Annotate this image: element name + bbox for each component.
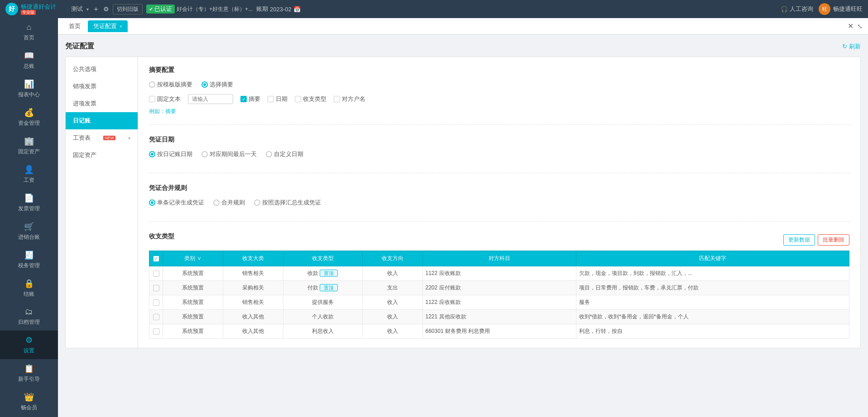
main-layout: ⌂ 首页 📖 总账 📊 报表中心 💰 资金管理 🏢 固定资产 👤 工资 📄 发票… <box>0 18 868 417</box>
table-head: ✓ 类别 ∨ 收支大类 收支类型 收支方向 对方科目 匹配关键字 <box>149 251 849 266</box>
consult-button[interactable]: 🎧 人工咨询 <box>781 5 813 13</box>
payroll-icon: 👤 <box>24 165 34 175</box>
tab-bar-actions: ✕ ⤡ <box>848 22 863 30</box>
update-data-button[interactable]: 更新数据 <box>783 234 815 246</box>
add-icon[interactable]: ＋ <box>92 5 100 14</box>
td-checkbox-5[interactable] <box>149 324 163 339</box>
left-nav-public[interactable]: 公共选项 <box>66 61 138 78</box>
date-radio-period-last[interactable]: 对应期间最后一天 <box>201 150 257 158</box>
tab-home[interactable]: 首页 <box>63 20 86 32</box>
counterpart-checkbox-label: 对方户名 <box>342 95 365 103</box>
tag-reset-1[interactable]: 置顶 <box>320 270 338 277</box>
left-nav-sales-label: 销项发票 <box>73 82 96 90</box>
fixed-text-input[interactable] <box>188 94 233 104</box>
summary-radio-select[interactable]: 选择摘要 <box>201 81 233 89</box>
income-table-header: 收支类型 更新数据 批量删除 <box>149 232 849 247</box>
date-radio-custom[interactable]: 自定义日期 <box>266 150 303 158</box>
sidebar-tax-label: 税务管理 <box>18 262 40 270</box>
sidebar-item-closing[interactable]: 🔒 结账 <box>0 274 58 303</box>
left-nav-purchase-invoice[interactable]: 进项发票 <box>66 95 138 112</box>
merge-radio-summary[interactable]: 按照选择汇总生成凭证 <box>254 199 321 207</box>
left-nav-fixed-assets-label: 固定资产 <box>73 151 96 159</box>
tab-close-icon[interactable]: × <box>120 24 122 29</box>
sidebar-item-invoice-mgmt[interactable]: 📄 发票管理 <box>0 189 58 217</box>
type-checkbox[interactable]: 收支类型 <box>295 95 326 103</box>
topbar: 好 畅捷通好会计 专业版 测试 ▾ ＋ ⚙ 切到旧版 ✔ 已认证 好会计（专）+… <box>0 0 868 18</box>
sidebar-item-tax[interactable]: 🧾 税务管理 <box>0 246 58 274</box>
radio-journal-circle <box>149 151 155 157</box>
window-close-icon[interactable]: ✕ <box>848 22 854 30</box>
gear-icon[interactable]: ⚙ <box>103 5 109 13</box>
window-expand-icon[interactable]: ⤡ <box>857 23 863 30</box>
left-nav-daily-ledger[interactable]: 日记账 <box>66 112 138 129</box>
summary-checkbox-row: 固定文本 ✓ 摘要 日期 <box>149 94 849 104</box>
table-header-row: ✓ 类别 ∨ 收支大类 收支类型 收支方向 对方科目 匹配关键字 <box>149 251 849 266</box>
sidebar-item-settings[interactable]: ⚙ 设置 <box>0 331 58 359</box>
td-major-4: 收入其他 <box>223 310 283 324</box>
sidebar-item-reports[interactable]: 📊 报表中心 <box>0 75 58 103</box>
summary-radio-template[interactable]: 按模板版摘要 <box>149 81 192 89</box>
td-major-2: 采购相关 <box>223 281 283 295</box>
calendar-icon[interactable]: 📅 <box>293 6 301 13</box>
sidebar-reports-label: 报表中心 <box>18 91 40 99</box>
switch-version-button[interactable]: 切到旧版 <box>113 4 143 14</box>
invoice-icon: 📄 <box>24 193 34 203</box>
date-radio-journal[interactable]: 按日记账日期 <box>149 150 192 158</box>
page-header: 凭证配置 ↻ 刷新 <box>65 42 861 51</box>
sidebar-item-fixed-assets[interactable]: 🏢 固定资产 <box>0 132 58 160</box>
fixed-text-checkbox[interactable]: 固定文本 <box>149 95 181 103</box>
merge-radio-single[interactable]: 单条记录生成凭证 <box>149 199 204 207</box>
td-major-3: 销售相关 <box>223 295 283 310</box>
th-checkbox[interactable]: ✓ <box>149 251 163 266</box>
user-menu[interactable]: 旺 畅捷通旺旺 <box>819 3 863 15</box>
radio-period-last-circle <box>201 151 208 157</box>
batch-delete-button[interactable]: 批量删除 <box>818 234 849 246</box>
date-radio-group: 按日记账日期 对应期间最后一天 自定义日期 <box>149 150 849 158</box>
test-arrow-icon: ▾ <box>86 7 89 12</box>
sidebar-item-purchases[interactable]: 🛒 进销台账 <box>0 217 58 246</box>
sidebar-item-newbie[interactable]: 📋 新手引导 <box>0 359 58 388</box>
td-checkbox-2[interactable] <box>149 281 163 295</box>
left-nav-sales-invoice[interactable]: 销项发票 <box>66 78 138 95</box>
th-account: 对方科目 <box>422 251 576 266</box>
left-nav-fixed-assets-nav[interactable]: 固定资产 <box>66 147 138 164</box>
radio-merge-circle <box>213 199 220 206</box>
fixed-text-label: 固定文本 <box>157 95 181 103</box>
sidebar-item-member[interactable]: 👑 畅会员 <box>0 388 58 416</box>
radio-single-circle <box>149 199 155 206</box>
logo-icon: 好 <box>5 3 18 15</box>
new-badge: NEW <box>103 136 115 140</box>
merge-radio-merge[interactable]: 合并规则 <box>213 199 245 207</box>
refresh-label: 刷新 <box>849 43 861 51</box>
table-actions: 更新数据 批量删除 <box>783 234 849 246</box>
date-checkbox[interactable]: 日期 <box>268 95 288 103</box>
refresh-button[interactable]: ↻ 刷新 <box>842 43 861 51</box>
td-checkbox-4[interactable] <box>149 310 163 324</box>
sidebar-fixed-assets-label: 固定资产 <box>18 148 40 156</box>
summary-section: 摘要配置 按模板版摘要 选择摘要 <box>149 66 849 125</box>
td-category-3: 系统预置 <box>163 295 223 310</box>
radio-template-circle <box>149 81 155 88</box>
sidebar-item-home[interactable]: ⌂ 首页 <box>0 18 58 46</box>
sidebar-item-ledger[interactable]: 📖 总账 <box>0 46 58 75</box>
period-label: 账期 <box>256 5 268 13</box>
td-checkbox-1[interactable] <box>149 266 163 281</box>
date-section: 凭证日期 按日记账日期 对应期间最后一天 <box>149 136 849 173</box>
counterpart-checkbox[interactable]: 对方户名 <box>334 95 365 103</box>
tag-reset-2[interactable]: 置顶 <box>320 284 338 291</box>
td-keywords-3: 服务 <box>576 295 849 310</box>
td-type-1: 收款 置顶 <box>283 266 362 281</box>
payroll-arrow-icon: ▾ <box>128 136 130 141</box>
income-title: 收支类型 <box>149 232 174 241</box>
td-checkbox-3[interactable] <box>149 295 163 310</box>
tab-config-label: 凭证配置 <box>93 22 117 30</box>
summary-checkbox[interactable]: ✓ 摘要 <box>240 95 260 103</box>
sidebar-item-payroll[interactable]: 👤 工资 <box>0 160 58 189</box>
tab-config[interactable]: 凭证配置 × <box>88 20 128 32</box>
left-nav-payroll[interactable]: 工资表 NEW ▾ <box>66 129 138 147</box>
sidebar-item-funds[interactable]: 💰 资金管理 <box>0 103 58 132</box>
sidebar-newbie-label: 新手引导 <box>18 375 40 383</box>
radio-period-last-label: 对应期间最后一天 <box>210 150 257 158</box>
sidebar-member-label: 畅会员 <box>21 404 37 412</box>
sidebar-item-archive[interactable]: 🗂 归档管理 <box>0 303 58 331</box>
